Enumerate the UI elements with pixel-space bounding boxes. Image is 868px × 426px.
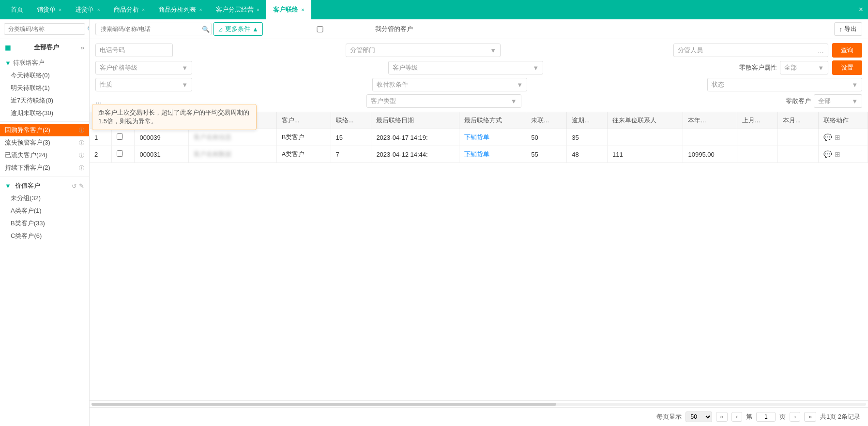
nav-item-home[interactable]: 首页 <box>4 0 30 19</box>
nav-item-analysis[interactable]: 商品分析 × <box>107 0 152 19</box>
close-purchase-icon[interactable]: × <box>97 7 100 13</box>
scrollbar-thumb[interactable] <box>91 403 556 406</box>
dept-field[interactable]: 分管部门 ▼ <box>346 44 501 57</box>
col-header-type[interactable]: 客户... <box>276 112 331 129</box>
more-conditions-btn[interactable]: ⊿ 更多条件 ▲ <box>213 22 263 36</box>
last-method-link-1[interactable]: 下销货单 <box>464 133 489 141</box>
action-chat-icon-1[interactable]: 💬 <box>823 133 832 141</box>
close-sales-icon[interactable]: × <box>59 7 61 13</box>
prev-page-btn[interactable]: ‹ <box>731 412 742 422</box>
nav-item-purchase[interactable]: 进货单 × <box>68 0 107 19</box>
col-header-year[interactable]: 本年... <box>683 112 737 129</box>
cell-lastmonth-2 <box>737 146 778 163</box>
per-page-select[interactable]: 50 100 <box>685 411 712 422</box>
phone-field[interactable]: 电话号码 <box>95 44 173 57</box>
cell-lastmonth-1 <box>737 129 778 146</box>
col-header-this-month[interactable]: 本月... <box>778 112 819 129</box>
col-header-action: 联络动作 <box>818 112 868 129</box>
filter-row-1: 电话号码 分管部门 ▼ 分管人员 … 查询 <box>95 43 862 58</box>
page-number-input[interactable] <box>756 412 776 422</box>
gender-select[interactable]: 性质 ▼ <box>95 78 192 91</box>
query-button[interactable]: 查询 <box>832 43 862 58</box>
sidebar-item-loss-warning[interactable]: 流失预警客户(3) ⓘ <box>0 136 89 149</box>
sidebar-item-7days[interactable]: 近7天待联络(0) <box>0 94 89 107</box>
customer-name-2[interactable]: 客户名称数据 <box>194 150 231 158</box>
close-all-tabs[interactable]: × <box>859 5 863 14</box>
next-page-btn[interactable]: › <box>790 412 800 422</box>
cell-check-2 <box>111 146 135 163</box>
refresh-icon[interactable]: ↺ <box>72 182 77 190</box>
set-button[interactable]: 设置 <box>832 60 862 75</box>
row-checkbox-2[interactable] <box>117 150 123 157</box>
sidebar-collapse-icon[interactable]: » <box>81 44 84 51</box>
col-header-contact[interactable]: 联络... <box>331 112 371 129</box>
my-customers-checkbox[interactable] <box>267 26 373 32</box>
payment-select[interactable]: 收付款条件 ▼ <box>372 78 527 91</box>
close-analysis-list-icon[interactable]: × <box>199 7 202 13</box>
nav-item-analysis-list[interactable]: 商品分析列表 × <box>152 0 209 19</box>
retail-attr-select[interactable]: 全部 ▼ <box>780 61 828 74</box>
close-customer-contact-icon[interactable]: × <box>301 7 304 13</box>
customer-grade-arrow-icon: ▼ <box>533 64 539 72</box>
sidebar-item-repurchase-abnormal[interactable]: 回购异常客户(2) ⓘ <box>0 124 89 136</box>
sidebar-item-tomorrow[interactable]: 明天待联络(1) <box>0 82 89 94</box>
nav-item-customer-tier[interactable]: 客户分层经营 × <box>209 0 266 19</box>
my-customers-checkbox-label[interactable]: 我分管的客户 <box>267 25 413 33</box>
last-page-btn[interactable]: » <box>804 412 816 422</box>
sidebar-item-ungrouped[interactable]: 未分组(32) <box>0 192 89 205</box>
action-more-icon-1[interactable]: ⊞ <box>835 133 840 141</box>
close-customer-tier-icon[interactable]: × <box>257 7 259 13</box>
customer-type-select[interactable]: 客户类型 ▼ <box>366 94 521 108</box>
row-checkbox-1[interactable] <box>117 133 123 140</box>
grid-icon: ▦ <box>5 44 11 51</box>
table-row: 2 000031 客户名称数据 A类客户 7 2023-04-12 14:44:… <box>90 146 868 163</box>
cell-thismonth-2 <box>778 146 819 163</box>
sidebar-item-lost[interactable]: 已流失客户(24) ⓘ <box>0 149 89 162</box>
sidebar-item-class-c[interactable]: C类客户(6) <box>0 230 89 242</box>
col-header-liaison[interactable]: 往来单位联系人 <box>607 112 683 129</box>
search-input[interactable] <box>95 23 212 35</box>
info-icon-lost: ⓘ <box>79 152 84 159</box>
col-header-last-month[interactable]: 上月... <box>737 112 778 129</box>
last-method-link-2[interactable]: 下销货单 <box>464 150 489 158</box>
sidebar-item-declining[interactable]: 持续下滑客户(2) ⓘ <box>0 162 89 174</box>
sidebar-item-class-a[interactable]: A类客户(1) <box>0 205 89 217</box>
all-customers-title: ▦ 全部客户 » <box>0 39 89 56</box>
content-area: 🔍 ⊿ 更多条件 ▲ 我分管的客户 ↑ 导出 电话号码 <box>90 19 868 426</box>
edit-icon[interactable]: ✎ <box>79 182 84 190</box>
action-chat-icon-2[interactable]: 💬 <box>823 150 832 158</box>
retail-customer-select[interactable]: 全部 ▼ <box>814 94 862 108</box>
customer-grade-select[interactable]: 客户等级 ▼ <box>388 61 543 74</box>
customer-name-1[interactable]: 客户名称信息 <box>194 133 231 141</box>
horizontal-scrollbar[interactable] <box>90 400 868 407</box>
cell-date-2: 2023-04-12 14:44: <box>371 146 459 163</box>
info-icon-repurchase: ⓘ <box>79 127 84 134</box>
sidebar-item-overdue[interactable]: 逾期未联络(30) <box>0 107 89 119</box>
nav-item-sales[interactable]: 销货单 × <box>30 0 68 19</box>
info-icon-loss-warning: ⓘ <box>79 139 84 147</box>
page-label: 第 <box>746 412 752 421</box>
pending-contact-group[interactable]: ▼ 待联络客户 <box>0 56 89 69</box>
filter-bar: 🔍 ⊿ 更多条件 ▲ 我分管的客户 ↑ 导出 <box>90 19 868 39</box>
filter-icon: ⊿ <box>218 26 223 33</box>
action-more-icon-2[interactable]: ⊞ <box>835 150 840 158</box>
cell-name-2: 客户名称数据 <box>189 146 277 163</box>
price-grade-select[interactable]: 客户价格等级 ▼ <box>95 61 192 74</box>
col-header-last-date[interactable]: 最后联络日期 <box>371 112 459 129</box>
filter-search-icon[interactable]: 🔍 <box>202 26 210 33</box>
sidebar-item-today[interactable]: 今天待联络(0) <box>0 69 89 82</box>
col-header-last-method[interactable]: 最后联络方式 <box>459 112 526 129</box>
close-analysis-icon[interactable]: × <box>142 7 145 13</box>
customer-type-arrow-icon: ▼ <box>511 98 517 105</box>
status-select[interactable]: 状态 ▼ <box>707 78 862 91</box>
col-header-uncontact[interactable]: 未联... <box>526 112 567 129</box>
col-header-overdue[interactable]: 逾期... <box>567 112 608 129</box>
export-btn[interactable]: ↑ 导出 <box>834 22 863 36</box>
person-field[interactable]: 分管人员 … <box>673 44 828 57</box>
nav-item-customer-contact[interactable]: 客户联络 × <box>266 0 311 19</box>
tooltip-box: 距客户上次交易时长，超过了此客户的平均交易周期的1.5倍，则视为异常。 <box>92 104 257 130</box>
first-page-btn[interactable]: « <box>716 412 728 422</box>
sidebar-search-input[interactable] <box>4 23 85 35</box>
sidebar-item-class-b[interactable]: B类客户(33) <box>0 217 89 230</box>
value-customer-group[interactable]: ▼ 价值客户 ↺ ✎ <box>0 178 89 192</box>
